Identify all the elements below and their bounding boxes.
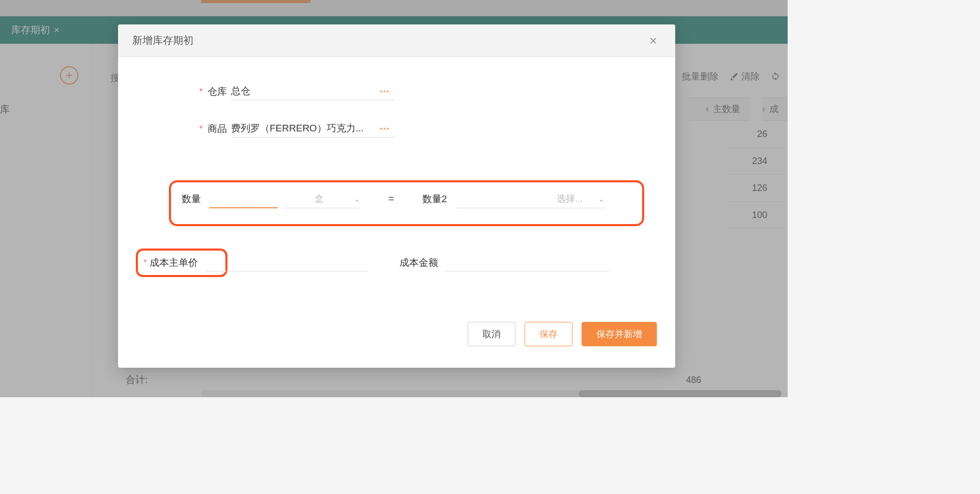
required-star: *: [143, 258, 147, 267]
add-inventory-modal: 新增库存期初 * 仓库 ··· * 商品 ··· 数量: [118, 24, 675, 368]
modal-footer: 取消 保存 保存并新增: [118, 312, 675, 368]
product-input[interactable]: [231, 120, 395, 138]
modal-header: 新增库存期初: [118, 24, 675, 57]
qty2-label: 数量2: [422, 193, 447, 206]
modal-close-button[interactable]: [646, 33, 661, 48]
more-icon[interactable]: ···: [380, 123, 390, 134]
warehouse-input[interactable]: [231, 83, 395, 100]
save-and-new-button-label: 保存并新增: [596, 328, 642, 340]
unit-select-2[interactable]: 选择... ⌄: [457, 189, 604, 208]
more-icon[interactable]: ···: [380, 86, 390, 97]
cost-amount-label: 成本金额: [399, 256, 438, 269]
unit-select2-placeholder: 选择...: [457, 193, 598, 205]
equals-sign: =: [388, 193, 394, 205]
chevron-down-icon: ⌄: [354, 194, 360, 204]
unit-select-value: 盒: [284, 193, 354, 205]
cost-unit-price-label: 成本主单价: [150, 256, 198, 269]
product-row: * 商品 ···: [140, 120, 653, 138]
cancel-button-label: 取消: [482, 328, 501, 340]
chevron-down-icon: ⌄: [598, 194, 604, 204]
close-icon: [648, 36, 658, 46]
cost-unit-price-input[interactable]: [205, 254, 369, 271]
required-star: *: [199, 86, 203, 97]
qty-input[interactable]: [209, 190, 278, 208]
save-button[interactable]: 保存: [525, 322, 572, 346]
cancel-button[interactable]: 取消: [468, 322, 515, 346]
qty-label: 数量: [182, 193, 201, 206]
warehouse-row: * 仓库 ···: [140, 83, 653, 100]
save-and-new-button[interactable]: 保存并新增: [582, 322, 657, 346]
product-label: * 商品: [140, 122, 231, 135]
unit-select-1[interactable]: 盒 ⌄: [284, 189, 360, 208]
cost-amount-input[interactable]: [445, 254, 609, 271]
required-star: *: [199, 123, 203, 134]
warehouse-label-text: 仓库: [208, 86, 227, 97]
warehouse-label: * 仓库: [140, 85, 231, 98]
save-button-label: 保存: [539, 328, 558, 340]
modal-title: 新增库存期初: [132, 34, 193, 47]
product-label-text: 商品: [208, 123, 227, 134]
